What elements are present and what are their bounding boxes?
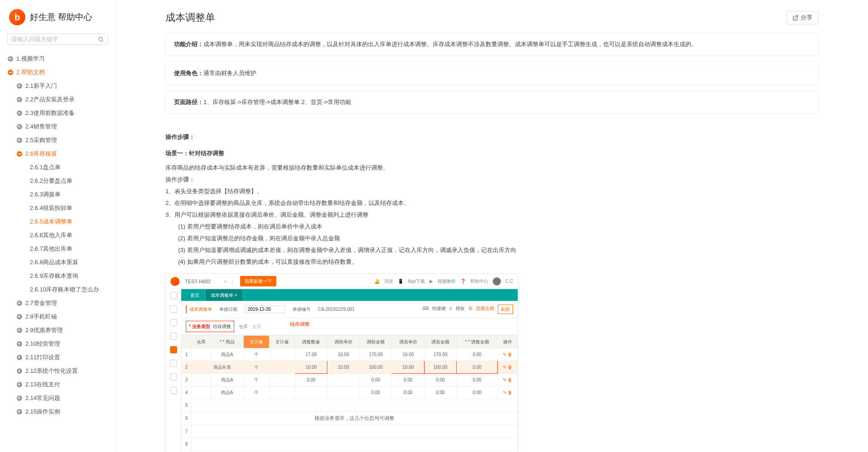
nav-item[interactable]: 2.15操作实例 — [0, 405, 115, 419]
steps-box: 操作步骤： 场景一：针对结存调整 库存商品的结存成本与实际成本有差异，需要根据结… — [165, 119, 818, 452]
logo[interactable]: b 好生意 帮助中心 — [0, 9, 115, 33]
share-icon — [793, 15, 798, 21]
plus-icon — [16, 327, 23, 333]
steps-sub: 操作步骤： — [165, 174, 818, 186]
nav-label: 2.6.2分量盘点单 — [30, 177, 72, 185]
nav-item[interactable]: 2.6.6其他入库单 — [0, 228, 115, 242]
nav-item[interactable]: 2.5采购管理 — [0, 133, 115, 147]
nav-label: 2.14常见问题 — [25, 394, 60, 402]
ss-leftbar — [166, 289, 181, 452]
step-3-3: (3) 若用户知道要调增或调减的成本差值，则在调整金额中录入差值，调增录入正值，… — [165, 244, 818, 256]
ss-topbar: TEST-H002 ▾ | 我要新建一下 🔔消息 📱App下载 ▶视频教程 ❓帮… — [166, 274, 518, 289]
nav-item[interactable]: 2.6.8商品成本重算 — [0, 256, 115, 269]
nav-item[interactable]: 2.13在线支付 — [0, 378, 115, 391]
nav-item[interactable]: 2.1新手入门 — [0, 79, 115, 93]
nav-item[interactable]: 2.11打印设置 — [0, 351, 115, 364]
nav-label: 2.12系统个性化设置 — [25, 367, 78, 375]
ss-menu-icon — [170, 305, 177, 313]
ss-wh-label: 仓库 — [239, 323, 248, 330]
nav-item[interactable]: 2.2产品安装及登录 — [0, 93, 115, 106]
ss-crumb: 成本调整单 — [186, 305, 212, 313]
ss-video: 视频教程 — [438, 277, 456, 285]
nav-label: 2.6.4组装拆卸单 — [30, 204, 72, 212]
nav-label: 2.13在线支付 — [25, 381, 60, 389]
nav-item[interactable]: 2.6.3调拨单 — [0, 188, 115, 201]
table-row: 4商品A个 0.00 0.000.000.00✎ 🗑 — [182, 386, 518, 399]
ss-hidemoney: 隐藏金额 — [476, 305, 494, 314]
table-row: 9 — [182, 451, 518, 452]
nav-item[interactable]: 2.6.2分量盘点单 — [0, 174, 115, 188]
nav-label: 2.6.5成本调整单 — [30, 218, 72, 226]
plus-icon — [16, 368, 23, 374]
plus-icon — [16, 314, 23, 320]
plus-icon — [16, 341, 23, 347]
plus-icon — [16, 83, 23, 89]
nav-item[interactable]: 2.14常见问题 — [0, 391, 115, 405]
nav-label: 2.帮助文档 — [16, 68, 45, 76]
ss-th: 调后金额 — [424, 336, 457, 348]
nav-label: 2.6.6其他入库单 — [30, 231, 72, 239]
nav-item[interactable]: 2.4销售管理 — [0, 120, 115, 133]
nav-item[interactable]: 2.8手机旺铺 — [0, 310, 115, 324]
sidebar: b 好生意 帮助中心 1.视频学习 2.帮助文档 2.1新手入门 2.2产品安装… — [0, 0, 116, 452]
logo-text: 好生意 帮助中心 — [30, 11, 92, 23]
plus-icon — [16, 96, 23, 103]
plus-icon — [16, 381, 23, 388]
nav-label: 2.11打印设置 — [25, 353, 60, 362]
table-row: 8 — [182, 438, 518, 451]
nav-item[interactable]: 2.7资金管理 — [0, 296, 115, 310]
nav-item[interactable]: 2.6.4组装拆卸单 — [0, 201, 115, 215]
plus-icon — [7, 56, 14, 62]
nav-item[interactable]: 2.6库存核算 — [0, 147, 115, 161]
embedded-screenshot: TEST-H002 ▾ | 我要新建一下 🔔消息 📱App下载 ▶视频教程 ❓帮… — [165, 273, 518, 452]
scene1-heading: 场景一：针对结存调整 — [165, 148, 818, 158]
nav-item[interactable]: 2.10经营管理 — [0, 337, 115, 351]
nav-item[interactable]: 1.视频学习 — [0, 52, 115, 66]
ss-th: 调后单价 — [392, 336, 425, 348]
plus-icon — [16, 395, 23, 401]
plus-icon — [16, 137, 23, 143]
share-button[interactable]: 分享 — [787, 11, 818, 24]
nav-item[interactable]: 2.6.9库存账本查询 — [0, 269, 115, 283]
table-row: 1商品A个 17.0010.00170.00 10.00170.000.00✎ … — [182, 348, 518, 361]
ss-th: 仓库 — [192, 336, 211, 348]
ss-username: C.C — [505, 277, 513, 285]
table-row: 7 — [182, 425, 518, 438]
role-label: 使用角色： — [174, 70, 203, 76]
nav-item[interactable]: 2.帮助文档 — [0, 66, 115, 79]
scene1-desc: 库存商品的结存成本与实际成本有差异，需要根据结存数量和实际单位成本进行调整。 — [165, 162, 818, 174]
nav-item[interactable]: 2.6.7其他出库单 — [0, 242, 115, 256]
plus-icon — [16, 124, 23, 130]
intro-box: 功能介绍：成本调整单，用来实现对商品结存成本的调整，以及针对具体的出入库单进行成… — [165, 33, 818, 56]
step-3-1: (1) 若用户想要调整结存成本，则在调后单价中录入成本 — [165, 221, 818, 233]
ss-refresh: 刷新 — [498, 305, 513, 314]
step-3: 3、用户可以根据调整依据直接在调后单价、调后金额、调整金额列上进行调整 — [165, 209, 818, 221]
nav-item[interactable]: 2.3使用前数据准备 — [0, 106, 115, 120]
search-box[interactable] — [7, 33, 108, 45]
ss-logo-icon — [170, 277, 179, 286]
ss-new-button: 我要新建一下 — [240, 276, 276, 286]
ss-th: * 商品 — [211, 336, 244, 348]
ss-tabs: 首页 成本调整单 × — [181, 289, 518, 301]
ss-tab: 首页 — [185, 289, 205, 301]
nav-item[interactable]: 2.9优惠券管理 — [0, 324, 115, 337]
ss-code-label: 单据编号 — [292, 305, 311, 313]
ss-app: App下载 — [408, 277, 425, 285]
ss-menu-icon — [170, 319, 177, 326]
page-title: 成本调整单 — [165, 11, 215, 24]
ss-biztype-value: 结存调整 — [213, 323, 231, 330]
intro-label: 功能介绍： — [174, 41, 203, 48]
nav-label: 2.7资金管理 — [25, 299, 57, 307]
nav-item[interactable]: 2.12系统个性化设置 — [0, 364, 115, 378]
ss-msg: 消息 — [384, 277, 393, 285]
role-text: 通常由财务人员维护 — [203, 70, 256, 76]
search-input[interactable] — [11, 36, 98, 43]
intro-text: 成本调整单，用来实现对商品结存成本的调整，以及针对具体的出入库单进行成本调整。库… — [203, 41, 697, 48]
ss-menu-icon-active — [170, 346, 177, 353]
nav-item[interactable]: 2.6.1盘点单 — [0, 161, 115, 174]
nav-item[interactable]: 2.6.10库存账本错了怎么办 — [0, 283, 115, 296]
ss-date-input — [245, 305, 285, 313]
nav-label: 2.6.3调拨单 — [30, 190, 61, 199]
ss-biztype-box: * 业务类型 结存调整 — [186, 321, 234, 332]
nav-item-active[interactable]: 2.6.5成本调整单 — [0, 215, 115, 228]
